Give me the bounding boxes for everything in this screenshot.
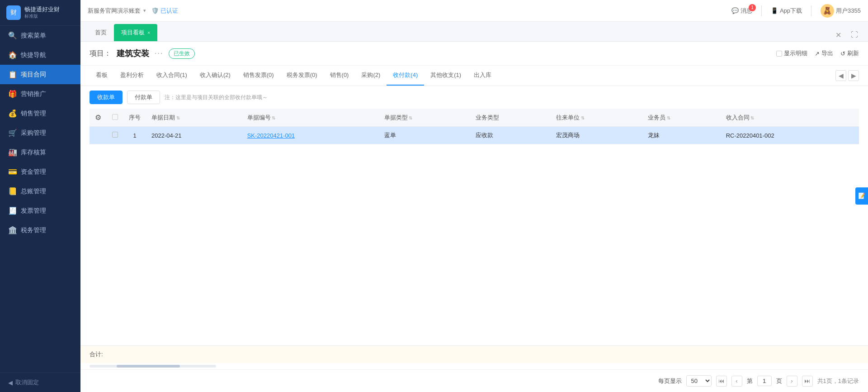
select-all-checkbox[interactable] [112,114,118,120]
page-next-button[interactable]: › [787,376,797,387]
app-download-label: App下载 [780,7,802,15]
unpin-label: 取消固定 [15,378,39,387]
user-avatar: 🧸 [821,4,834,18]
sub-tab-sales-invoice[interactable]: 销售发票(0) [237,66,280,86]
sub-tab-other-income[interactable]: 其他收支(1) [424,66,467,86]
table-header-row: ⚙ 序号 单据日期 单据编号 单据类型 业务类型 往来单位 业务员 [90,109,859,127]
window-expand-button[interactable]: ⛶ [848,29,861,41]
column-settings-icon[interactable]: ⚙ [95,114,101,121]
sub-tab-sales[interactable]: 销售(0) [324,66,355,86]
row-code-link[interactable]: SK-20220421-001 [247,132,295,139]
row-salesperson-cell: 龙妹 [642,127,721,144]
page-size-select[interactable]: 50 100 200 [686,375,712,387]
topbar-divider-1 [761,5,762,16]
app-download-button[interactable]: 📱 App下载 [771,7,802,15]
show-detail-toggle[interactable]: 显示明细 [776,49,807,57]
app-name: 畅捷通好业财 [24,6,60,14]
quick-note-button[interactable]: 📝 [855,187,868,205]
page-input[interactable] [757,376,772,386]
show-detail-label: 显示明细 [784,49,807,57]
message-button[interactable]: 💬 消息 1 [731,7,752,15]
sidebar-item-label: 项目合同 [21,71,46,79]
refresh-icon: ↺ [840,50,845,57]
th-settings: ⚙ [90,109,107,127]
scrollbar-thumb[interactable] [117,365,180,368]
sidebar-item-sales-mgmt[interactable]: 💰 销售管理 [0,104,80,123]
sub-tab-next-button[interactable]: ▶ [848,70,859,81]
sub-tab-purchase[interactable]: 采购(2) [355,66,387,86]
sales-icon: 💰 [8,109,16,118]
sub-tab-income-contract[interactable]: 收入合同(1) [150,66,193,86]
th-salesperson[interactable]: 业务员 [642,109,721,127]
show-detail-checkbox[interactable] [776,51,782,57]
sub-tab-prev-button[interactable]: ◀ [835,70,846,81]
tab-home-label: 首页 [95,29,107,36]
refresh-label: 刷新 [847,49,859,57]
sidebar-item-inventory[interactable]: 🏭 库存核算 [0,143,80,162]
sidebar-item-invoice-mgmt[interactable]: 🧾 发票管理 [0,201,80,220]
page-first-button[interactable]: ⏮ [716,376,727,387]
project-header: 项目： 建筑安装 ··· 已生效 显示明细 ↗ 导出 ↺ 刷新 [80,42,868,66]
project-selector[interactable]: 新服务官网演示账套 ▾ [88,7,146,15]
table-body: 1 2022-04-21 SK-20220421-001 蓝单 应收款 宏茂商场… [90,127,859,144]
total-label: 合计: [90,350,103,359]
sidebar-item-project-contract[interactable]: 📋 项目合同 [0,65,80,84]
page-prev-button[interactable]: ‹ [731,376,742,387]
sidebar-item-marketing[interactable]: 🎁 营销推广 [0,84,80,104]
sidebar-item-purchase-mgmt[interactable]: 🛒 采购管理 [0,123,80,143]
th-partner[interactable]: 往来单位 [551,109,642,127]
refresh-button[interactable]: ↺ 刷新 [840,49,859,57]
project-more-button[interactable]: ··· [155,49,163,57]
payment-toggle-button[interactable]: 付款单 [127,91,160,104]
sidebar-item-label: 销售管理 [21,110,46,118]
th-doc-type[interactable]: 单据类型 [379,109,471,127]
sidebar-item-ledger-mgmt[interactable]: 📒 总账管理 [0,182,80,201]
sidebar: 财 畅捷通好业财 标准版 🔍 搜索菜单 🏠 快捷导航 📋 项目合同 🎁 营销推广… [0,0,80,392]
unpin-icon: ◀ [8,379,13,386]
row-checkbox[interactable] [112,132,118,138]
sub-tab-income-confirm[interactable]: 收入确认(2) [193,66,237,86]
data-table: ⚙ 序号 单据日期 单据编号 单据类型 业务类型 往来单位 业务员 [90,109,859,144]
certified-label: 已认证 [160,7,178,15]
sub-tab-tax-invoice[interactable]: 税务发票(0) [280,66,324,86]
horizontal-scrollbar[interactable] [90,365,216,368]
row-income-contract-cell: RC-20220401-002 [721,127,859,144]
sidebar-item-quick-nav[interactable]: 🏠 快捷导航 [0,45,80,65]
sidebar-item-label: 总账管理 [21,187,46,196]
th-biz-type: 业务类型 [470,109,551,127]
page-unit: 页 [776,377,782,385]
sub-tab-receipt[interactable]: 收付款(4) [387,66,424,86]
sidebar-item-tax-mgmt[interactable]: 🏛️ 税务管理 [0,220,80,240]
receipt-toggle-button[interactable]: 收款单 [90,91,123,104]
th-date[interactable]: 单据日期 [146,109,242,127]
project-status-badge: 已生效 [169,48,195,59]
topbar: 新服务官网演示账套 ▾ 🛡️ 已认证 💬 消息 1 📱 App下载 🧸 用户33… [80,0,868,22]
sub-tab-profit[interactable]: 盈利分析 [114,66,150,86]
app-info: 畅捷通好业财 标准版 [24,6,60,20]
th-income-contract[interactable]: 收入合同 [721,109,859,127]
th-code[interactable]: 单据编号 [242,109,379,127]
tab-home[interactable]: 首页 [88,24,114,41]
th-check [107,109,123,127]
user-label: 用户3355 [836,7,861,15]
tab-close-button[interactable]: × [147,30,150,35]
user-menu[interactable]: 🧸 用户3355 [821,4,861,18]
window-close-button[interactable]: ✕ [832,29,844,41]
tab-kanban-label: 项目看板 [121,29,145,37]
toggle-hint: 注：这里是与项目关联的全部收付款单哦～ [165,94,268,101]
tab-actions: ✕ ⛶ [832,29,861,41]
tab-project-kanban[interactable]: 项目看板 × [114,24,157,41]
sidebar-unpin[interactable]: ◀ 取消固定 [0,373,80,392]
row-biz-type-cell: 应收款 [470,127,551,144]
page-last-button[interactable]: ⏭ [802,376,813,387]
sidebar-item-funds-mgmt[interactable]: 💳 资金管理 [0,162,80,182]
ledger-icon: 📒 [8,187,16,196]
export-button[interactable]: ↗ 导出 [815,49,833,57]
sub-tab-kanban[interactable]: 看板 [90,66,114,86]
topbar-divider-2 [811,5,811,16]
app-logo: 财 [6,5,21,20]
sidebar-item-label: 快捷导航 [21,51,46,59]
panel: 收款单 付款单 注：这里是与项目关联的全部收付款单哦～ ⚙ [80,86,868,392]
sidebar-item-search[interactable]: 🔍 搜索菜单 [0,26,80,45]
sub-tab-in-out[interactable]: 出入库 [467,66,498,86]
